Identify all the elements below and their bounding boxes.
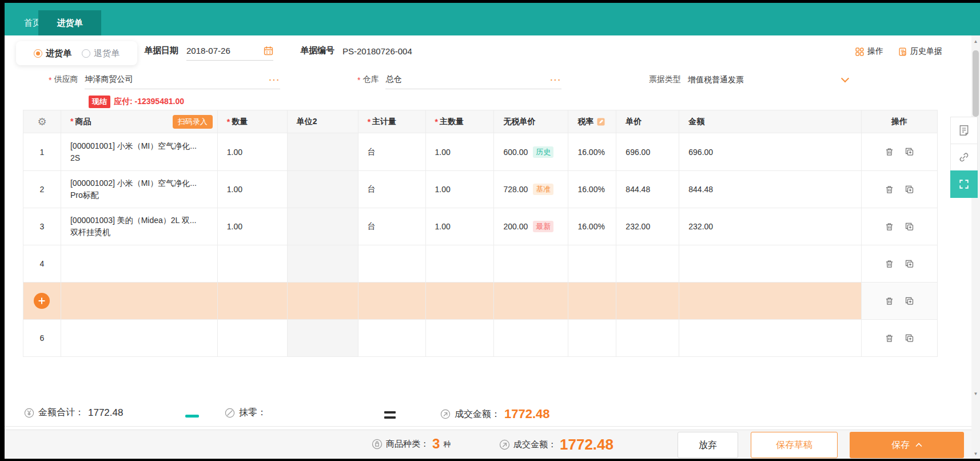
qty-cell[interactable] <box>218 320 288 356</box>
product-cell[interactable]: [000001001] 小米（MI）空气净化... 2S <box>61 133 218 170</box>
header-qty: *数量 <box>218 110 288 133</box>
qty-cell[interactable]: 1.00 <box>218 208 288 245</box>
fullscreen-panel-button[interactable] <box>950 170 978 198</box>
amount-cell[interactable]: 696.00 <box>679 133 862 170</box>
supplier-picker-icon[interactable]: ··· <box>269 75 280 85</box>
product-cell[interactable] <box>61 245 218 282</box>
main-unit-cell[interactable] <box>358 245 426 282</box>
save-draft-button[interactable]: 保存草稿 <box>751 432 838 458</box>
tax-rate-cell[interactable]: 16.00% <box>568 133 616 170</box>
main-unit-cell[interactable] <box>358 320 426 356</box>
product-cell[interactable] <box>61 320 218 356</box>
scroll-corner-arrow-icon[interactable]: ▼ <box>971 451 980 456</box>
radio-return-order[interactable]: 退货单 <box>82 48 119 59</box>
product-cell[interactable]: [000001002] 小米（MI）空气净化... Pro标配 <box>61 171 218 208</box>
price-tag-base[interactable]: 基准 <box>533 184 553 195</box>
delete-row-button[interactable] <box>885 297 894 305</box>
unit-price-cell[interactable]: 696.00 <box>616 133 679 170</box>
main-qty-cell[interactable] <box>426 245 495 282</box>
gear-icon[interactable]: ⚙ <box>37 116 46 128</box>
main-unit-cell[interactable]: 台 <box>358 133 426 170</box>
scan-entry-button[interactable]: 扫码录入 <box>173 115 213 129</box>
delete-row-button[interactable] <box>885 222 894 231</box>
unit-price-cell[interactable]: 232.00 <box>616 208 679 245</box>
delete-row-button[interactable] <box>885 334 894 343</box>
amount-cell[interactable]: 844.48 <box>679 171 862 208</box>
price-tag-history[interactable]: 历史 <box>533 146 553 158</box>
no-tax-price-cell[interactable] <box>494 245 568 282</box>
total-amount-value: 1772.48 <box>88 407 123 419</box>
main-qty-cell[interactable] <box>426 283 495 319</box>
tax-rate-cell[interactable] <box>568 245 616 282</box>
main-qty-cell[interactable]: 1.00 <box>426 133 495 170</box>
main-unit-cell[interactable]: 台 <box>358 171 426 208</box>
header-main-unit: *主计量 <box>358 110 426 133</box>
qty-cell[interactable] <box>218 283 288 319</box>
scrollbar-thumb[interactable] <box>973 50 979 117</box>
tax-rate-cell[interactable]: 16.00% <box>568 171 616 208</box>
copy-row-button[interactable] <box>905 185 914 194</box>
main-qty-cell[interactable]: 1.00 <box>426 208 495 245</box>
supplier-input[interactable]: 坤泽商贸公司 ··· <box>85 74 280 89</box>
no-tax-price-cell[interactable]: 600.00 历史 <box>494 133 568 170</box>
no-tax-price-cell[interactable]: 728.00 基准 <box>494 171 568 208</box>
main-unit-cell[interactable] <box>358 283 426 319</box>
qty-cell[interactable] <box>218 245 288 282</box>
radio-purchase-order[interactable]: 进货单 <box>34 48 71 59</box>
operations-menu[interactable]: 操作 <box>855 46 883 57</box>
copy-row-button[interactable] <box>905 148 914 156</box>
link-panel-button[interactable] <box>950 144 978 171</box>
delete-row-button[interactable] <box>885 185 894 194</box>
no-tax-price-cell[interactable] <box>494 320 568 356</box>
tax-rate-cell[interactable] <box>568 320 616 356</box>
vertical-scrollbar[interactable]: ▲ ▼ ▼ <box>971 35 980 459</box>
copy-row-button[interactable] <box>905 334 914 343</box>
invoice-type-select[interactable]: 增值税普通发票 <box>688 75 848 89</box>
copy-row-button[interactable] <box>905 297 914 305</box>
unit-price-cell[interactable] <box>616 283 679 319</box>
amount-cell[interactable] <box>679 245 862 282</box>
amount-cell[interactable] <box>679 320 862 356</box>
amount-cell[interactable] <box>679 283 862 319</box>
tax-rate-cell[interactable]: 16.00% <box>568 208 616 245</box>
product-cell[interactable]: [000001003] 美的（Midea）2L 双... 双杆挂烫机 <box>61 208 218 245</box>
trash-icon <box>885 148 894 156</box>
tab-purchase-order[interactable]: 进货单 <box>38 10 101 35</box>
qty-cell[interactable]: 1.00 <box>218 171 288 208</box>
delete-row-button[interactable] <box>885 260 894 268</box>
save-button[interactable]: 保存 <box>850 432 964 458</box>
notes-panel-button[interactable] <box>950 117 978 144</box>
main-qty-cell[interactable] <box>426 320 495 356</box>
product-cell[interactable] <box>61 283 218 319</box>
warehouse-picker-icon[interactable]: ··· <box>550 75 561 85</box>
qty-cell[interactable]: 1.00 <box>218 133 288 170</box>
chevron-down-icon[interactable] <box>841 74 849 82</box>
payable-amount: 应付: -12395481.00 <box>114 97 184 107</box>
no-tax-price-cell[interactable]: 200.00 最新 <box>494 208 568 245</box>
unit-price-cell[interactable] <box>616 245 679 282</box>
doc-date-input[interactable]: 2018-07-26 <box>186 46 273 61</box>
calendar-icon[interactable] <box>264 46 273 55</box>
main-qty-cell[interactable]: 1.00 <box>426 171 495 208</box>
tax-rate-cell[interactable] <box>568 283 616 319</box>
add-row-button[interactable] <box>34 293 50 309</box>
column-settings-cell[interactable]: ⚙ <box>23 110 61 133</box>
warehouse-input[interactable]: 总仓 ··· <box>385 74 561 89</box>
price-tag-latest[interactable]: 最新 <box>533 221 553 232</box>
history-docs-button[interactable]: 历史单据 <box>898 46 942 57</box>
required-mark: * <box>70 117 73 126</box>
unit-price-cell[interactable] <box>616 320 679 356</box>
no-tax-price-cell[interactable] <box>494 283 568 319</box>
discard-button[interactable]: 放弃 <box>678 432 738 458</box>
unit-price-cell[interactable]: 844.48 <box>616 171 679 208</box>
copy-row-button[interactable] <box>905 260 914 268</box>
amount-cell[interactable]: 232.00 <box>679 208 862 245</box>
edit-tax-icon[interactable] <box>597 118 605 126</box>
copy-row-button[interactable] <box>905 222 914 231</box>
copy-plus-icon <box>905 297 914 305</box>
scroll-up-arrow-icon[interactable]: ▲ <box>971 39 980 44</box>
delete-row-button[interactable] <box>885 148 894 156</box>
main-unit-cell[interactable]: 台 <box>358 208 426 245</box>
trash-icon <box>885 185 894 194</box>
scroll-down-arrow-icon[interactable]: ▼ <box>971 391 980 396</box>
